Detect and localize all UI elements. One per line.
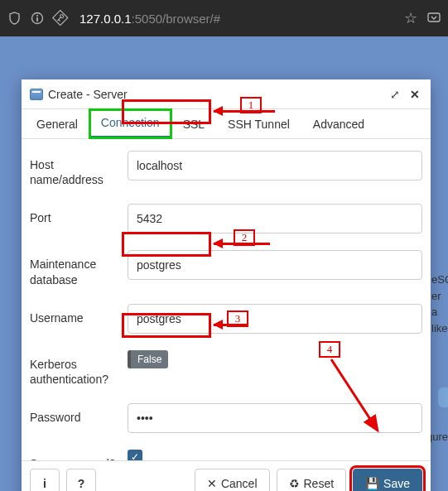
browser-toolbar: ⚿ 127.0.0.1:5050/browser/# ☆ (0, 0, 448, 36)
label-username: Username (30, 304, 128, 325)
input-port[interactable] (128, 204, 422, 233)
reset-button[interactable]: ♻Reset (277, 469, 347, 492)
dialog-footer: i ? ✕Cancel ♻Reset 💾Save (22, 460, 431, 491)
create-server-dialog: Create - Server ⤢ ✕ General Connection S… (22, 79, 431, 491)
url-path: :5050/browser/# (132, 12, 221, 26)
label-maintdb: Maintenance database (30, 250, 128, 286)
dialog-tabs: General Connection SSL SSH Tunnel Advanc… (22, 109, 431, 139)
svg-rect-3 (428, 13, 440, 22)
tab-sshtunnel[interactable]: SSH Tunnel (216, 111, 301, 137)
slider-handle[interactable] (438, 388, 448, 407)
tab-general[interactable]: General (25, 111, 89, 137)
page-background: eSC er a like gure Create - Server ⤢ ✕ G… (0, 36, 448, 491)
url-bar[interactable]: 127.0.0.1:5050/browser/# (76, 12, 395, 26)
tab-advanced[interactable]: Advanced (301, 111, 376, 137)
pocket-icon[interactable] (426, 11, 441, 26)
label-savepw: Save password? (30, 450, 128, 460)
dialog-title: Create - Server (48, 88, 383, 101)
help-button[interactable]: ? (66, 469, 96, 492)
save-icon: 💾 (365, 477, 379, 490)
maximize-icon[interactable]: ⤢ (388, 88, 402, 101)
close-icon[interactable]: ✕ (407, 88, 422, 101)
form-body: Host name/address Port Maintenance datab… (22, 139, 431, 460)
tab-ssl[interactable]: SSL (171, 111, 216, 137)
key-icon[interactable]: ⚿ (50, 7, 72, 30)
input-host[interactable] (128, 151, 422, 181)
toggle-kerberos[interactable]: False (128, 350, 168, 368)
side-clip-text: eSC er a like (431, 272, 448, 336)
label-password: Password (30, 403, 128, 425)
cancel-icon: ✕ (207, 477, 217, 490)
label-port: Port (30, 204, 128, 225)
input-maintdb[interactable] (128, 250, 422, 280)
tab-connection[interactable]: Connection (89, 109, 171, 138)
label-kerberos: Kerberos authentication? (30, 350, 128, 387)
info-button[interactable]: i (30, 469, 60, 492)
save-button[interactable]: 💾Save (353, 469, 422, 492)
cancel-button[interactable]: ✕Cancel (195, 469, 270, 492)
input-username[interactable] (128, 304, 422, 334)
checkbox-savepw[interactable]: ✓ (128, 450, 142, 460)
input-password[interactable] (128, 403, 422, 433)
server-icon (30, 89, 43, 100)
shield-icon[interactable] (7, 12, 22, 25)
url-host: 127.0.0.1 (79, 12, 132, 26)
dialog-header: Create - Server ⤢ ✕ (22, 79, 431, 109)
star-icon[interactable]: ☆ (403, 9, 418, 27)
label-host: Host name/address (30, 151, 128, 187)
svg-rect-2 (36, 17, 38, 22)
info-icon[interactable] (30, 12, 45, 25)
svg-point-1 (36, 15, 38, 17)
recycle-icon: ♻ (289, 477, 300, 490)
